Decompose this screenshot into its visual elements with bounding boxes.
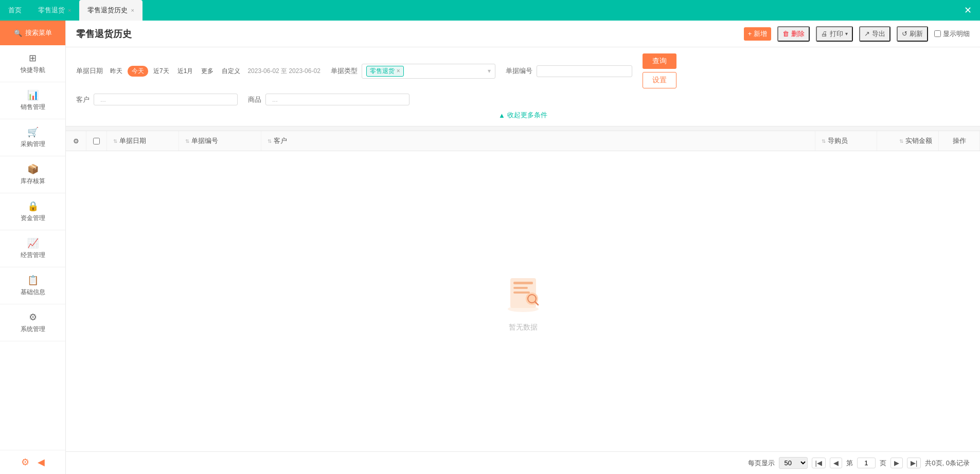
sidebar-item-inventory[interactable]: 📦 库存核算 (0, 156, 65, 193)
tab-retail-return-history-label: 零售退货历史 (87, 6, 128, 15)
filter-row-2: 客户 ... 商品 ... (76, 94, 970, 105)
date-btn-yesterday[interactable]: 昨天 (107, 66, 126, 77)
bill-type-label: 单据类型 (331, 66, 358, 76)
page-size-select[interactable]: 50 100 200 (779, 457, 808, 469)
tab-retail-return-history[interactable]: 零售退货历史 × (79, 0, 142, 21)
first-page-button[interactable]: |◀ (812, 458, 826, 468)
show-detail-label: 显示明细 (943, 29, 970, 39)
sidebar-item-sales-label: 销售管理 (21, 103, 45, 112)
svg-rect-2 (513, 282, 533, 284)
refresh-label: 刷新 (910, 29, 923, 39)
th-amount-label: 实销金额 (905, 136, 932, 145)
date-btn-7days[interactable]: 近7天 (150, 66, 172, 77)
sales-icon: 📊 (27, 89, 39, 101)
print-button[interactable]: 🖨 打印 ▾ (816, 26, 853, 42)
customer-filter-label: 客户 (76, 95, 90, 104)
page-header: 零售退货历史 + 新增 🗑 删除 🖨 打印 ▾ ↗ 导出 ↺ (66, 21, 980, 47)
th-guide: ⇅ 导购员 (815, 131, 877, 151)
table-area: ⚙ ⇅ 单据日期 ⇅ 单据编号 ⇅ 客户 ⇅ (66, 131, 980, 451)
print-chevron-icon: ▾ (845, 31, 848, 37)
th-checkbox[interactable] (86, 131, 107, 151)
tab-retail-return[interactable]: 零售退货 × (30, 0, 79, 21)
prev-page-button[interactable]: ◀ (830, 458, 842, 468)
empty-state: 暂无数据 (66, 151, 980, 451)
svg-rect-3 (513, 287, 528, 289)
inventory-icon: 📦 (27, 163, 39, 175)
column-settings-icon[interactable]: ⚙ (73, 137, 79, 145)
next-page-button[interactable]: ▶ (890, 458, 903, 468)
customer-input[interactable]: ... (94, 94, 238, 105)
filter-area: 单据日期 昨天 今天 近7天 近1月 更多 自定义 2023-06-02 至 2… (66, 47, 980, 126)
add-button[interactable]: + 新增 (744, 27, 771, 41)
sidebar-search[interactable]: 🔍 搜索菜单 (0, 21, 65, 45)
total-text: 共0页, 0条记录 (925, 459, 970, 468)
customer-filter: 客户 ... (76, 94, 238, 105)
select-all-checkbox[interactable] (93, 138, 100, 144)
sort-billno-icon[interactable]: ⇅ (185, 138, 189, 144)
page-input[interactable] (857, 458, 876, 468)
collapse-sidebar-icon[interactable]: ◀ (38, 457, 45, 468)
refresh-icon: ↺ (902, 30, 907, 38)
th-date: ⇅ 单据日期 (107, 131, 179, 151)
date-filter: 单据日期 昨天 今天 近7天 近1月 更多 自定义 2023-06-02 至 2… (76, 66, 320, 77)
goods-input[interactable]: ... (265, 94, 409, 105)
goods-filter: 商品 ... (248, 94, 409, 105)
purchase-icon: 🛒 (27, 126, 39, 138)
pagination: 每页显示 50 100 200 |◀ ◀ 第 页 ▶ ▶| 共0页, 0条记录 (66, 451, 980, 474)
query-button[interactable]: 查询 (643, 53, 676, 69)
th-settings[interactable]: ⚙ (66, 131, 86, 151)
page-size-label: 每页显示 (748, 459, 775, 468)
sidebar-item-ops-mgmt[interactable]: 📈 经营管理 (0, 230, 65, 267)
bill-no-label: 单据编号 (506, 66, 532, 76)
bill-no-input[interactable] (537, 65, 632, 77)
sidebar-item-finance-mgmt[interactable]: 🔒 资金管理 (0, 193, 65, 230)
top-bar-right: ✕ (964, 5, 980, 16)
sidebar-item-sys-mgmt[interactable]: ⚙ 系统管理 (0, 304, 65, 341)
bill-type-select[interactable]: 零售退货 × ▾ (362, 64, 495, 79)
show-detail-checkbox[interactable] (934, 30, 941, 37)
goods-ellipsis[interactable]: ... (270, 96, 280, 103)
date-btn-today[interactable]: 今天 (128, 66, 148, 77)
set-button[interactable]: 设置 (643, 72, 676, 88)
last-page-button[interactable]: ▶| (907, 458, 921, 468)
refresh-button[interactable]: ↺ 刷新 (897, 26, 928, 42)
collapse-more-conditions[interactable]: ▲ 收起更多条件 (498, 111, 547, 120)
sidebar-item-inventory-label: 库存核算 (21, 177, 45, 186)
sort-customer-icon[interactable]: ⇅ (268, 138, 272, 144)
sort-guide-icon[interactable]: ⇅ (822, 138, 826, 144)
show-detail-checkbox-label[interactable]: 显示明细 (934, 29, 970, 39)
query-set-group: 查询 设置 (643, 53, 676, 88)
date-btn-1month[interactable]: 近1月 (174, 66, 197, 77)
sort-amount-icon[interactable]: ⇅ (899, 138, 903, 144)
sidebar-item-quick-nav[interactable]: ⊞ 快捷导航 (0, 45, 65, 82)
tab-retail-return-history-close[interactable]: × (131, 7, 134, 13)
export-label: 导出 (872, 29, 885, 39)
bill-type-tag-close[interactable]: × (397, 67, 400, 75)
finance-icon: 🔒 (27, 200, 39, 212)
window-close-icon[interactable]: ✕ (964, 5, 972, 16)
sidebar-item-purchase-mgmt[interactable]: 🛒 采购管理 (0, 119, 65, 156)
tab-home[interactable]: 首页 (0, 0, 30, 21)
sort-date-icon[interactable]: ⇅ (113, 138, 117, 144)
collapse-chevron-icon: ▲ (498, 112, 505, 119)
date-btn-more[interactable]: 更多 (198, 66, 217, 77)
collapse-label: 收起更多条件 (507, 111, 547, 120)
table-header: ⚙ ⇅ 单据日期 ⇅ 单据编号 ⇅ 客户 ⇅ (66, 131, 980, 151)
top-tab-bar: 首页 零售退货 × 零售退货历史 × ✕ (0, 0, 980, 21)
goods-filter-label: 商品 (248, 95, 261, 104)
settings-icon[interactable]: ⚙ (21, 457, 29, 468)
bill-type-tags: 零售退货 × (366, 66, 404, 77)
bill-type-filter: 单据类型 零售退货 × ▾ (331, 64, 495, 79)
export-button[interactable]: ↗ 导出 (859, 26, 890, 42)
filter-row-1: 单据日期 昨天 今天 近7天 近1月 更多 自定义 2023-06-02 至 2… (76, 53, 970, 88)
tab-retail-return-close[interactable]: × (68, 7, 71, 13)
delete-button[interactable]: 🗑 删除 (777, 26, 810, 42)
customer-ellipsis[interactable]: ... (98, 96, 108, 103)
sidebar-item-basic-info[interactable]: 📋 基础信息 (0, 267, 65, 304)
sidebar-item-sales-mgmt[interactable]: 📊 销售管理 (0, 82, 65, 119)
bill-no-filter: 单据编号 (506, 65, 632, 77)
date-btn-custom[interactable]: 自定义 (219, 66, 243, 77)
sidebar: 🔍 搜索菜单 ⊞ 快捷导航 📊 销售管理 🛒 采购管理 📦 库存核算 🔒 资金管… (0, 21, 66, 474)
date-range-display: 2023-06-02 至 2023-06-02 (247, 67, 320, 76)
th-customer: ⇅ 客户 (261, 131, 815, 151)
